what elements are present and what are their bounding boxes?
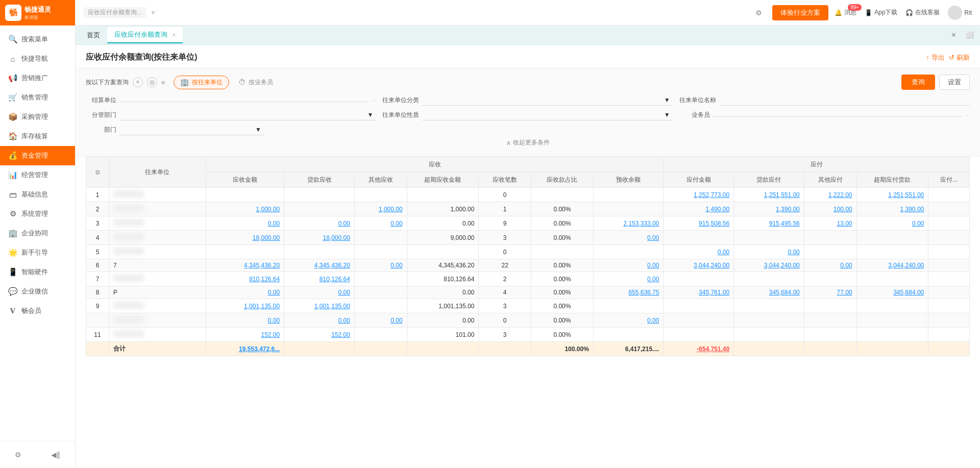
dept-select[interactable]: ▼ [119,125,264,135]
user-area[interactable]: Rit [948,6,972,20]
sidebar-item-corp[interactable]: 🏢 企业协同 [0,224,75,243]
table-cell[interactable]: 3,044,240.00 [856,259,928,272]
table-cell[interactable]: 0.00 [593,313,664,328]
table-cell[interactable]: 345,684.00 [856,286,928,299]
set-button[interactable]: 设置 [939,75,970,90]
table-cell[interactable]: 810,126.64 [284,272,355,286]
table-cell[interactable]: 1,252,773.00 [664,188,734,202]
table-cell[interactable]: 4,345,436.20 [206,259,284,272]
table-cell[interactable]: 4,345,436.20 [284,259,355,272]
sidebar-item-search[interactable]: 🔍 搜索菜单 [0,30,75,49]
table-cell[interactable]: 0.00 [206,313,284,328]
tab-close-icon[interactable]: × [173,32,176,38]
query-button[interactable]: 查询 [901,75,935,90]
online-service-btn[interactable]: 🎧 在线客服 [905,8,940,17]
table-cell[interactable]: 810,126.64 [206,272,284,286]
unit-name-input[interactable] [719,95,970,106]
app-download-btn[interactable]: 📱 App下载 [865,8,897,17]
table-cell[interactable]: 18,000.00 [284,231,355,245]
table-cell[interactable]: 1,251,551.00 [856,188,928,202]
sidebar-item-quick[interactable]: ⌂ 快捷导航 [0,49,75,68]
table-cell[interactable]: 1,000.00 [206,202,284,216]
sidebar-item-guide[interactable]: 🌟 新手引导 [0,243,75,262]
salesperson-input[interactable] [713,113,962,117]
table-cell[interactable]: 1,251,551.00 [734,188,804,202]
tab-ar-ap[interactable]: 应收应付余额查询 × [107,27,183,43]
sidebar-settings-btn[interactable]: ⚙ [11,447,26,463]
filter-option-unit[interactable]: 🏢 按往来单位 [174,76,229,89]
table-cell[interactable]: 13.00 [804,216,856,231]
table-cell[interactable]: 0.00 [856,216,928,231]
sidebar-item-marketing[interactable]: 📢 营销推广 [0,68,75,88]
table-cell[interactable]: 0.00 [804,259,856,272]
gear-button[interactable]: ⚙ [752,6,766,20]
refresh-button[interactable]: ↺ 刷新 [949,53,970,62]
table-cell[interactable]: 0.00 [284,286,355,299]
table-cell[interactable]: 100.00 [804,202,856,216]
sidebar-item-basic[interactable]: 🗃 基础信息 [0,185,75,204]
table-cell[interactable]: 0.00 [664,245,734,259]
sidebar-item-member[interactable]: V 畅会员 [0,301,75,321]
settle-unit-input[interactable] [119,98,368,102]
table-cell[interactable]: 345,684.00 [734,286,804,299]
table-cell[interactable]: 0.00 [354,313,407,328]
table-cell[interactable]: 1,001,135.00 [206,299,284,313]
export-button[interactable]: ↑ 导出 [926,53,945,62]
table-cell[interactable]: 2,153,333.00 [593,216,664,231]
table-cell[interactable]: 0.00 [354,259,407,272]
table-cell[interactable]: 0.00 [593,231,664,245]
table-cell[interactable]: 3,044,240.00 [734,259,804,272]
table-cell[interactable]: 0.00 [206,216,284,231]
table-cell[interactable]: 0.00 [593,272,664,286]
sidebar-item-wechat[interactable]: 💬 企业微信 [0,282,75,301]
filter-option-staff[interactable]: ⏱ 按业务员 [233,76,278,89]
table-cell[interactable]: 0.00 [354,216,407,231]
unit-category-select[interactable]: ▼ [422,95,673,106]
tab-home[interactable]: 首页 [80,28,107,43]
table-cell [734,231,804,245]
tab-maximize-btn[interactable]: ⬜ [964,29,976,41]
sidebar-item-sales[interactable]: 🛒 销售管理 [0,88,75,107]
table-cell[interactable]: 915,495.56 [734,216,804,231]
filter-more-btn[interactable]: ∧ 收起更多条件 [86,135,970,150]
sidebar-item-operation[interactable]: 📊 经营管理 [0,165,75,185]
table-cell[interactable]: 152.00 [284,328,355,342]
table-cell[interactable]: 0.00 [206,286,284,299]
table-cell[interactable]: 0.00 [284,216,355,231]
table-cell[interactable]: 915,508.56 [664,216,734,231]
table-cell[interactable]: 3,044,240.00 [664,259,734,272]
filter-scheme-btn[interactable]: ◎ [147,77,157,87]
table-cell[interactable]: 1,390.00 [856,202,928,216]
table-cell[interactable]: 1,001,135.00 [284,299,355,313]
table-cell[interactable]: 0.00 [734,245,804,259]
sidebar-item-inventory[interactable]: 🏠 库存核算 [0,127,75,146]
table-cell[interactable]: 1,222.00 [804,188,856,202]
sidebar-item-purchase[interactable]: 📦 采购管理 [0,107,75,127]
dept-manage-select[interactable]: ▼ [119,110,376,120]
table-cell[interactable]: 655,636.75 [593,286,664,299]
table-cell[interactable]: 1,000.00 [354,202,407,216]
tab-close-window-btn[interactable]: ✕ [947,29,960,41]
sidebar-item-hardware[interactable]: 📱 智能硬件 [0,262,75,282]
sidebar-item-finance[interactable]: 💰 资金管理 [0,146,75,165]
filter-collapse-btn[interactable]: « [161,78,165,86]
table-cell[interactable]: 1,490.00 [664,202,734,216]
col-settings-btn[interactable]: ⚙ [90,165,105,180]
settle-unit-dots[interactable]: ··· [371,97,376,104]
filter-add-btn[interactable]: + [133,77,143,87]
table-cell[interactable]: 152.00 [206,328,284,342]
table-cell[interactable]: 77.00 [804,286,856,299]
trial-button[interactable]: 体验行业方案 [772,5,828,20]
sidebar-item-system[interactable]: ⚙ 系统管理 [0,204,75,224]
total-ap-amount[interactable]: -654,751.40 [664,342,734,356]
table-cell[interactable]: 345,761.00 [664,286,734,299]
salesperson-dots[interactable]: ··· [965,112,970,119]
table-cell[interactable]: 0.00 [284,313,355,328]
table-cell[interactable]: 1,390.00 [734,202,804,216]
sidebar-collapse-btn[interactable]: ◀‖ [47,447,64,463]
table-cell[interactable]: 18,000.00 [206,231,284,245]
total-ar-amount[interactable]: 19,553,472,6... [206,342,284,356]
table-cell[interactable]: 0.00 [593,259,664,272]
unit-nature-select[interactable]: ▼ [422,110,673,120]
notification-area[interactable]: 🔔 消息 99+ [835,8,856,17]
